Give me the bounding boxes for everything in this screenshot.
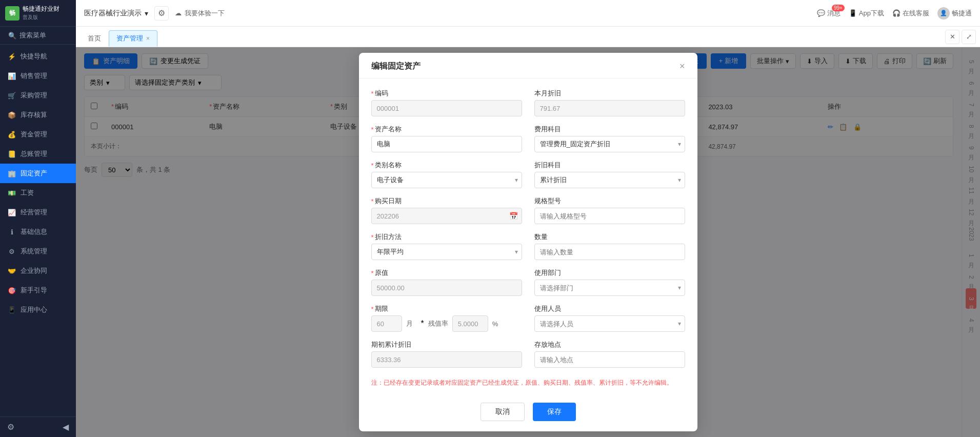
expense-subject-input[interactable] — [534, 136, 685, 152]
sidebar-item-enterprise[interactable]: 🤝 企业协同 — [0, 261, 76, 281]
category-select-wrap: ▾ — [371, 172, 522, 188]
app-download-label: App下载 — [859, 9, 884, 18]
depreciation-method-input[interactable] — [371, 244, 522, 260]
app-download-button[interactable]: 📱 App下载 — [849, 9, 884, 18]
form-item-storage: 存放地点 — [534, 340, 685, 368]
avatar-icon: 👤 — [937, 7, 950, 19]
category-input[interactable] — [371, 172, 522, 188]
save-button[interactable]: 保存 — [533, 403, 576, 421]
sidebar-item-label: 总账管理 — [21, 149, 47, 158]
residual-rate-input[interactable] — [452, 315, 488, 332]
sidebar-item-label: 销售管理 — [21, 71, 47, 81]
quantity-label: 数量 — [534, 232, 685, 242]
depreciation-subject-input[interactable] — [534, 172, 685, 188]
form-item-person: 使用人员 ▾ — [534, 304, 685, 332]
residual-rate-req: * — [421, 319, 424, 328]
sidebar-item-ledger[interactable]: 📒 总账管理 — [0, 144, 76, 164]
guide-icon: 🎯 — [7, 286, 16, 295]
sidebar-search[interactable]: 🔍 搜索菜单 — [0, 27, 76, 45]
monthly-depreciation-input[interactable] — [534, 100, 685, 116]
purchase-date-input[interactable] — [371, 208, 522, 224]
sidebar-item-label: 库存核算 — [21, 110, 47, 120]
department-select-wrap: ▾ — [534, 280, 685, 296]
sidebar-logo: 畅 畅捷通好业财 普及版 — [0, 0, 76, 27]
code-label: * 编码 — [371, 89, 522, 98]
logo-text-wrap: 畅捷通好业财 普及版 — [23, 5, 59, 22]
storage-input[interactable] — [534, 351, 685, 368]
close-tab-action[interactable]: ✕ — [945, 30, 959, 44]
original-value-label: * 原值 — [371, 268, 522, 277]
cloud-icon: ☁ — [175, 9, 182, 17]
sidebar-item-guide[interactable]: 🎯 新手引导 — [0, 281, 76, 300]
tab-asset-mgmt[interactable]: 资产管理 × — [109, 30, 157, 47]
form-grid: * 编码 本月折旧 * — [371, 89, 685, 368]
sidebar-item-label: 工资 — [21, 188, 34, 197]
expense-subject-select-wrap: ▾ — [534, 136, 685, 152]
collapse-icon[interactable]: ◀ — [63, 422, 69, 432]
sidebar-item-operations[interactable]: 📈 经营管理 — [0, 203, 76, 222]
enterprise-icon: 🤝 — [7, 266, 16, 275]
sales-icon: 📊 — [7, 71, 16, 81]
sidebar-item-quick-nav[interactable]: ⚡ 快捷导航 — [0, 47, 76, 66]
sidebar-item-inventory[interactable]: 📦 库存核算 — [0, 105, 76, 125]
modal-title: 编辑固定资产 — [371, 61, 421, 72]
payroll-icon: 💵 — [7, 188, 16, 197]
user-button[interactable]: 👤 畅捷通 — [937, 7, 972, 19]
chevron-down-icon: ▾ — [145, 9, 148, 17]
sidebar-item-payroll[interactable]: 💵 工资 — [0, 183, 76, 203]
original-value-input[interactable] — [371, 280, 522, 296]
message-button[interactable]: 💬 消息 99+ — [817, 9, 841, 18]
period-label: * 期限 — [371, 304, 522, 313]
experience-label: 我要体验一下 — [185, 9, 225, 18]
form-item-spec-model: 规格型号 — [534, 196, 685, 224]
sidebar-item-label: 资金管理 — [21, 130, 47, 139]
tabs-bar: 首页 资产管理 × ✕ ⤢ — [76, 27, 980, 47]
sidebar-item-app-center[interactable]: 📱 应用中心 — [0, 300, 76, 320]
form-item-asset-name: * 资产名称 — [371, 125, 522, 152]
calendar-icon[interactable]: 📅 — [509, 212, 518, 220]
tab-asset-mgmt-label: 资产管理 — [116, 34, 143, 43]
category-label: * 类别名称 — [371, 161, 522, 170]
spec-model-input[interactable] — [534, 208, 685, 224]
search-icon: 🔍 — [8, 32, 16, 39]
top-bar-right: 💬 消息 99+ 📱 App下载 🎧 在线客服 👤 畅捷通 — [817, 7, 972, 19]
code-input[interactable] — [371, 100, 522, 116]
tab-close-icon[interactable]: × — [146, 35, 150, 42]
tab-home[interactable]: 首页 — [80, 30, 109, 47]
experience-button[interactable]: ☁ 我要体验一下 — [175, 9, 225, 18]
quantity-input[interactable] — [534, 244, 685, 260]
sidebar-item-sales[interactable]: 📊 销售管理 — [0, 66, 76, 86]
purchase-icon: 🛒 — [7, 91, 16, 100]
sidebar-nav: ⚡ 快捷导航 📊 销售管理 🛒 采购管理 📦 库存核算 💰 资金管理 📒 总账管… — [0, 45, 76, 416]
form-item-category: * 类别名称 ▾ — [371, 161, 522, 188]
modal-header: 编辑固定资产 × — [359, 53, 697, 78]
initial-accum-depreciation-input[interactable] — [371, 351, 522, 368]
form-item-purchase-date: * 购买日期 📅 — [371, 196, 522, 224]
period-unit: 月 — [406, 319, 413, 328]
modal-close-button[interactable]: × — [679, 61, 685, 72]
sidebar-item-finance[interactable]: 💰 资金管理 — [0, 125, 76, 144]
ledger-icon: 📒 — [7, 149, 16, 158]
cancel-button[interactable]: 取消 — [481, 403, 525, 421]
sidebar-item-base-info[interactable]: ℹ 基础信息 — [0, 222, 76, 242]
sidebar-item-system[interactable]: ⚙ 系统管理 — [0, 242, 76, 261]
logo-subtitle: 普及版 — [23, 14, 59, 21]
edit-asset-modal: 编辑固定资产 × * 编码 — [359, 53, 697, 431]
sidebar-item-purchase[interactable]: 🛒 采购管理 — [0, 86, 76, 105]
maximize-action[interactable]: ⤢ — [962, 30, 976, 44]
depreciation-method-label: * 折旧方法 — [371, 232, 522, 242]
company-selector[interactable]: 医疗器械行业演示 ▾ — [84, 9, 148, 18]
settings-button[interactable]: ⚙ — [154, 6, 169, 21]
residual-rate-unit: % — [492, 320, 498, 328]
asset-name-input[interactable] — [371, 136, 522, 152]
online-service-button[interactable]: 🎧 在线客服 — [892, 9, 929, 18]
settings-icon[interactable]: ⚙ — [7, 422, 14, 432]
tab-home-label: 首页 — [88, 34, 101, 43]
sidebar-item-fixed-assets[interactable]: 🏢 固定资产 — [0, 164, 76, 183]
department-input[interactable] — [534, 280, 685, 296]
depreciation-method-select-wrap: ▾ — [371, 244, 522, 260]
base-info-icon: ℹ — [7, 227, 16, 236]
depreciation-subject-select-wrap: ▾ — [534, 172, 685, 188]
period-input[interactable] — [371, 315, 402, 332]
person-input[interactable] — [534, 315, 685, 332]
